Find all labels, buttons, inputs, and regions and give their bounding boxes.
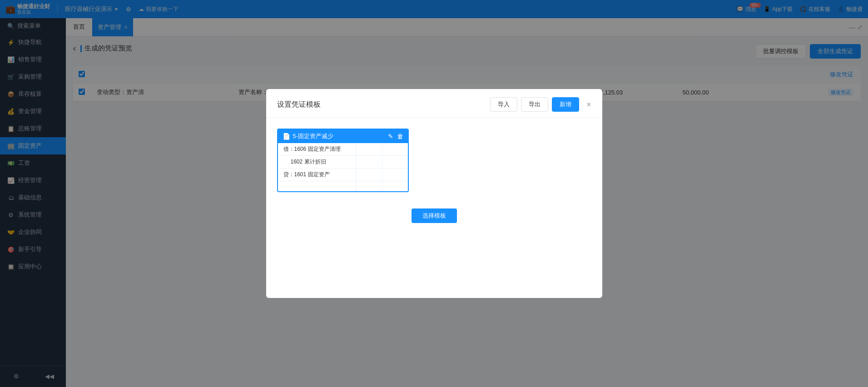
template-row: 1602 累计折旧 [278, 156, 408, 169]
new-template-btn[interactable]: 新增 [552, 97, 579, 112]
template-card-actions: ✎ 🗑 [388, 133, 403, 140]
template-name: 5-固定资产减少 [293, 132, 334, 140]
template-delete-icon[interactable]: 🗑 [397, 133, 403, 140]
template-card-header: 📄 5-固定资产减少 ✎ 🗑 [278, 129, 408, 143]
export-btn[interactable]: 导出 [521, 97, 548, 112]
template-entries-table: 借：1606 固定资产清理 1602 累计折旧 贷：1601 固定资产 [278, 143, 408, 191]
entry-label-3: 贷：1601 固定资产 [278, 169, 356, 181]
entry-col3-4 [382, 181, 407, 191]
modal-title: 设置凭证模板 [277, 100, 321, 109]
entry-col2-2 [356, 156, 382, 169]
modal-actions: 导入 导出 新增 [490, 97, 579, 112]
entry-col2-4 [356, 181, 382, 191]
template-row: 贷：1601 固定资产 [278, 169, 408, 181]
template-row: 借：1606 固定资产清理 [278, 143, 408, 156]
template-card-title: 📄 5-固定资产减少 [283, 132, 334, 140]
entry-label-4 [278, 181, 356, 191]
entry-label-1: 借：1606 固定资产清理 [278, 143, 356, 156]
set-template-modal: 设置凭证模板 导入 导出 新增 × 📄 5-固定资产减少 [266, 89, 602, 298]
entry-col2-3 [356, 169, 382, 181]
entry-label-2: 1602 累计折旧 [278, 156, 356, 169]
modal-overlay: 设置凭证模板 导入 导出 新增 × 📄 5-固定资产减少 [0, 0, 868, 387]
entry-col3-2 [382, 156, 407, 169]
modal-header: 设置凭证模板 导入 导出 新增 × [266, 89, 602, 118]
modal-body: 📄 5-固定资产减少 ✎ 🗑 借：1606 固定资产清理 [266, 118, 602, 298]
entry-col2-1 [356, 143, 382, 156]
modal-close-icon[interactable]: × [586, 100, 591, 109]
template-card: 📄 5-固定资产减少 ✎ 🗑 借：1606 固定资产清理 [277, 129, 409, 192]
template-edit-icon[interactable]: ✎ [388, 133, 393, 140]
select-template-btn[interactable]: 选择模板 [412, 208, 457, 223]
import-btn[interactable]: 导入 [490, 97, 517, 112]
entry-col3-1 [382, 143, 407, 156]
template-empty-row [278, 181, 408, 191]
template-card-body: 借：1606 固定资产清理 1602 累计折旧 贷：1601 固定资产 [278, 143, 408, 191]
template-doc-icon: 📄 [283, 133, 290, 140]
entry-col3-3 [382, 169, 407, 181]
